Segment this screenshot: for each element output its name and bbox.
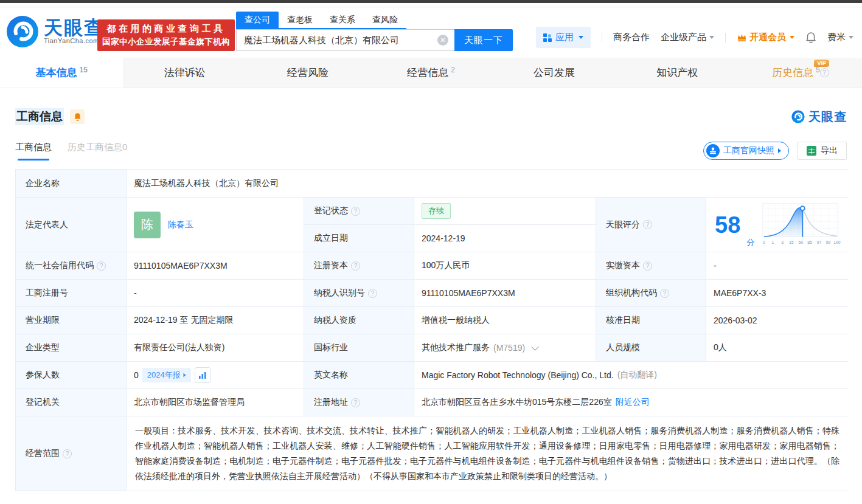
label-text: 登记状态 bbox=[314, 205, 348, 216]
notification-bell-icon[interactable] bbox=[805, 32, 816, 43]
tab-company-development[interactable]: 公司发展 bbox=[493, 58, 616, 88]
export-button[interactable]: 导出 bbox=[798, 142, 847, 160]
chevron-down-icon bbox=[790, 36, 794, 39]
label-text: 纳税人识别号 bbox=[314, 288, 365, 299]
field-value-registered-capital: 100万人民币 bbox=[414, 252, 596, 279]
field-label-credit-code: 统一社会信用代码 ? bbox=[16, 252, 126, 279]
official-snapshot-button[interactable]: 工商官网快照 bbox=[703, 142, 789, 160]
tab-label: 经营风险 bbox=[287, 66, 328, 80]
tab-history-info[interactable]: VIP 历史信息 5 ? bbox=[739, 58, 862, 88]
snapshot-label: 工商官网快照 bbox=[723, 145, 774, 156]
tianyancha-mini-icon bbox=[791, 110, 805, 123]
clear-search-icon[interactable]: ✕ bbox=[437, 35, 448, 46]
search-tab-risk[interactable]: 查风险 bbox=[364, 12, 406, 28]
svg-text:97: 97 bbox=[817, 240, 822, 244]
field-label-industry: 国标行业 bbox=[304, 334, 414, 361]
field-value-approval-date: 2026-03-02 bbox=[706, 307, 848, 334]
field-label-staff-size: 人员规模 bbox=[596, 334, 706, 361]
search-input[interactable] bbox=[236, 29, 454, 51]
apps-menu[interactable]: 应用 bbox=[536, 27, 591, 48]
help-icon[interactable]: ? bbox=[351, 398, 360, 407]
export-label: 导出 bbox=[821, 145, 838, 156]
tab-label: 法律诉讼 bbox=[164, 66, 206, 80]
field-label-establish-date: 成立日期 bbox=[304, 225, 414, 252]
field-value-taxpayer-id: 91110105MAE6P7XX3M bbox=[414, 280, 596, 306]
help-icon[interactable]: ? bbox=[660, 289, 669, 298]
nav-divider bbox=[602, 33, 602, 43]
promo-banner[interactable]: 都在用的商业查询工具 国家中小企业发展子基金旗下机构 bbox=[97, 19, 235, 51]
business-registration-section: 工商信息 天眼查 工商信息 历史工商信息0 bbox=[0, 108, 862, 491]
tianyancha-logo[interactable]: 天眼查 TianYanCha.com bbox=[6, 15, 104, 48]
field-value-english-name: Magic Factory Robot Technology (Beijing)… bbox=[414, 362, 848, 388]
svg-text:50: 50 bbox=[799, 240, 804, 244]
field-value-industry[interactable]: 其他技术推广服务 (M7519) bbox=[414, 334, 596, 361]
svg-text:1: 1 bbox=[772, 240, 774, 244]
field-label-registered-capital: 注册资本 ? bbox=[304, 252, 414, 279]
legal-rep-link[interactable]: 陈春玉 bbox=[168, 219, 193, 230]
annual-report-tag[interactable]: 2024年报 bbox=[142, 368, 191, 382]
nav-vip-upgrade[interactable]: 开通会员 bbox=[737, 32, 794, 43]
tab-label: 知识产权 bbox=[656, 66, 698, 80]
score-distribution-chart: 0 1 3 15 50 85 97 99 100 bbox=[760, 201, 841, 249]
nav-vip-label: 开通会员 bbox=[749, 32, 786, 43]
help-icon[interactable]: ? bbox=[368, 289, 377, 298]
field-label-company-type: 企业类型 bbox=[16, 334, 126, 361]
field-value-company-type: 有限责任公司(法人独资) bbox=[127, 334, 304, 361]
label-text: 注册地址 bbox=[314, 397, 348, 408]
annual-report-label: 2024年报 bbox=[147, 370, 181, 381]
help-icon[interactable]: ? bbox=[643, 220, 652, 229]
promo-line-2: 国家中小企业发展子基金旗下机构 bbox=[102, 36, 230, 47]
tab-basic-info[interactable]: 基本信息 15 bbox=[0, 58, 123, 88]
chevron-down-icon bbox=[709, 36, 714, 39]
label-text: 实缴资本 bbox=[606, 260, 640, 271]
field-value-organization-code: MAE6P7XX-3 bbox=[706, 280, 848, 306]
search-tab-boss[interactable]: 查老板 bbox=[279, 12, 321, 28]
subtab-history-registration[interactable]: 历史工商信息0 bbox=[68, 142, 127, 161]
legal-rep-avatar[interactable]: 陈 bbox=[134, 212, 161, 238]
english-name-text: Magic Factory Robot Technology (Beijing)… bbox=[422, 370, 614, 380]
search-tab-relation[interactable]: 查关系 bbox=[321, 12, 364, 28]
site-header: 天眼查 TianYanCha.com 都在用的商业查询工具 国家中小企业发展子基… bbox=[0, 7, 862, 58]
score-unit: 分 bbox=[746, 237, 754, 248]
help-icon[interactable]: ? bbox=[820, 68, 829, 77]
help-icon[interactable]: ? bbox=[351, 207, 360, 216]
label-text: 天眼评分 bbox=[606, 219, 640, 230]
field-value-business-scope: 一般项目：技术服务、技术开发、技术咨询、技术交流、技术转让、技术推广；智能机器人… bbox=[127, 416, 848, 491]
bell-icon bbox=[74, 112, 82, 121]
nav-cooperation[interactable]: 商务合作 bbox=[613, 32, 650, 43]
svg-text:85: 85 bbox=[807, 240, 812, 244]
label-text: 组织机构代码 bbox=[606, 288, 657, 299]
insured-trend-button[interactable] bbox=[195, 367, 210, 383]
field-value-legal-representative: 陈 陈春玉 bbox=[127, 198, 304, 252]
field-value-taxpayer-quality: 增值税一般纳税人 bbox=[414, 307, 596, 334]
bar-chart-icon bbox=[198, 371, 207, 379]
field-label-registered-address: 注册地址 ? bbox=[304, 389, 414, 416]
help-icon[interactable]: ? bbox=[643, 261, 652, 271]
field-value-registration-authority: 北京市朝阳区市场监督管理局 bbox=[127, 389, 304, 416]
field-value-tianyan-score[interactable]: 58 分 bbox=[706, 198, 848, 252]
logo-title: 天眼查 bbox=[44, 19, 104, 37]
status-badge: 存续 bbox=[422, 203, 451, 219]
tab-legal-litigation[interactable]: 法律诉讼 bbox=[123, 58, 246, 88]
field-label-company-name: 企业名称 bbox=[16, 170, 126, 197]
subtab-current-registration[interactable]: 工商信息 bbox=[15, 142, 52, 161]
field-label-taxpayer-quality: 纳税人资质 bbox=[304, 307, 414, 334]
help-icon[interactable]: ? bbox=[63, 449, 72, 458]
field-label-organization-code: 组织机构代码 ? bbox=[596, 280, 706, 306]
tab-intellectual-property[interactable]: 知识产权 bbox=[616, 58, 739, 88]
search-submit-button[interactable]: 天眼一下 bbox=[454, 29, 513, 51]
help-icon[interactable]: ? bbox=[97, 261, 106, 271]
chevron-down-icon[interactable] bbox=[531, 343, 539, 351]
help-icon[interactable]: ? bbox=[351, 261, 360, 271]
tab-business-risk[interactable]: 经营风险 bbox=[246, 58, 369, 88]
nav-enterprise[interactable]: 企业级产品 bbox=[661, 32, 714, 43]
monitor-bell-button[interactable] bbox=[70, 109, 85, 124]
nearby-companies-link[interactable]: 附近公司 bbox=[616, 397, 650, 408]
tab-label: 公司发展 bbox=[534, 66, 575, 80]
search-tab-company[interactable]: 查公司 bbox=[236, 12, 279, 28]
nav-user-menu[interactable]: 费米 bbox=[827, 32, 853, 43]
field-value-insured-count: 0 2024年报 bbox=[127, 362, 304, 388]
tab-business-info[interactable]: 经营信息 2 bbox=[369, 58, 492, 88]
apps-label: 应用 bbox=[555, 32, 574, 43]
company-page-tabs: 基本信息 15 法律诉讼 经营风险 经营信息 2 公司发展 知识产权 VIP 历… bbox=[0, 58, 862, 88]
